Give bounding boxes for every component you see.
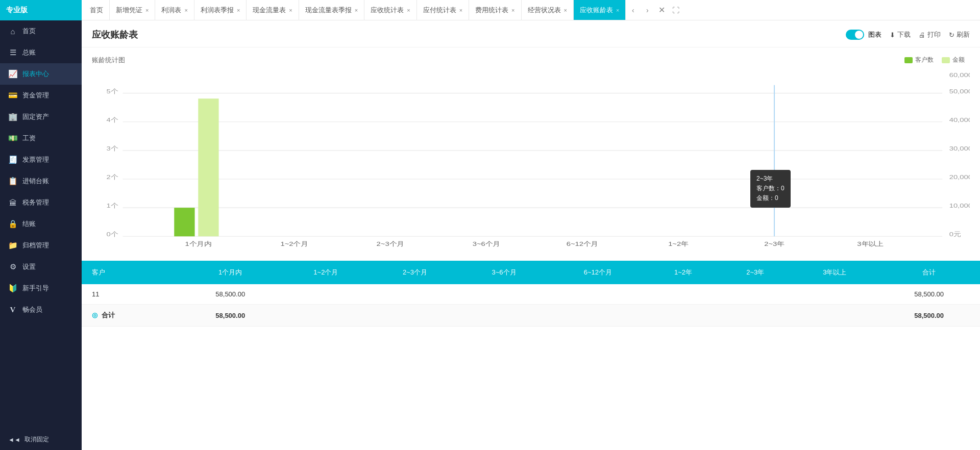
tab-expense-close[interactable]: ×	[511, 7, 514, 13]
tab-cashflow-close[interactable]: ×	[289, 7, 292, 13]
tab-profit-q[interactable]: 利润表季报 ×	[194, 0, 247, 20]
tab-cashflow-label: 现金流量表	[253, 6, 286, 15]
tab-ap-stat[interactable]: 应付统计表 ×	[417, 0, 469, 20]
th-year3plus: 3年以上	[791, 261, 878, 284]
close-accounts-icon: 🔒	[8, 219, 17, 229]
sidebar-label-tax: 税务管理	[22, 198, 49, 207]
bar-amount-1	[198, 98, 218, 236]
sidebar-item-archive[interactable]: 📁 归档管理	[0, 235, 82, 256]
tab-business-close[interactable]: ×	[564, 7, 567, 13]
sidebar-label-sales: 进销台账	[22, 177, 49, 186]
sidebar-item-tax[interactable]: 🏛 税务管理	[0, 192, 82, 213]
tab-cashflow[interactable]: 现金流量表 ×	[247, 0, 299, 20]
tab-home[interactable]: 首页	[84, 0, 110, 20]
sidebar-label-invoice: 发票管理	[22, 155, 49, 164]
member-icon: V	[8, 306, 17, 314]
page-actions: 图表 ⬇ 下载 🖨 打印 ↻ 刷新	[846, 30, 970, 40]
tab-profit-q-close[interactable]: ×	[237, 7, 240, 13]
print-button[interactable]: 🖨 打印	[919, 30, 941, 39]
sidebar: 专业版 ⌂ 首页 ☰ 总账 📈 报表中心 💳 资金管理 🏢 固定资产 💵 工资 …	[0, 0, 82, 450]
th-customer: 客户	[82, 261, 179, 284]
sidebar-label-home: 首页	[22, 27, 36, 36]
sidebar-item-guide[interactable]: 🔰 新手引导	[0, 278, 82, 299]
unpin-button[interactable]: ◄◄ 取消固定	[0, 429, 82, 450]
archive-icon: 📁	[8, 241, 17, 250]
svg-text:6~12个月: 6~12个月	[567, 241, 598, 247]
total-total: 58,500.00	[878, 305, 980, 327]
legend-amount-color	[942, 57, 950, 63]
toggle-label: 图表	[868, 30, 881, 39]
tab-close-all[interactable]: ✕	[654, 0, 669, 20]
chart-toggle[interactable]: 图表	[846, 30, 881, 40]
legend-customer-label: 客户数	[915, 56, 934, 64]
guide-icon: 🔰	[8, 284, 17, 293]
invoice-icon: 🧾	[8, 155, 17, 164]
print-icon: 🖨	[919, 31, 925, 39]
chart-svg: 0个 1个 2个 3个 4个 5个 0元 10,000.00元 20,000.0…	[92, 69, 970, 253]
sidebar-label-guide: 新手引导	[22, 284, 49, 293]
legend-customer: 客户数	[904, 56, 934, 64]
legend-amount-label: 金额	[952, 56, 965, 64]
svg-text:1个月内: 1个月内	[185, 241, 212, 247]
download-icon: ⬇	[890, 31, 895, 39]
sidebar-item-salary[interactable]: 💵 工资	[0, 128, 82, 149]
tab-business[interactable]: 经营状况表 ×	[522, 0, 574, 20]
tab-voucher[interactable]: 新增凭证 ×	[110, 0, 155, 20]
table-header: 客户 1个月内 1~2个月 2~3个月 3~6个月 6~12个月 1~2年 2~…	[82, 261, 980, 284]
toggle-thumb	[855, 31, 863, 39]
sidebar-item-ledger[interactable]: ☰ 总账	[0, 42, 82, 63]
download-button[interactable]: ⬇ 下载	[890, 30, 911, 39]
report-icon: 📈	[8, 69, 17, 79]
refresh-button[interactable]: ↻ 刷新	[949, 30, 970, 39]
th-month1: 1个月内	[179, 261, 281, 284]
tab-expense[interactable]: 费用统计表 ×	[469, 0, 521, 20]
total-year23	[719, 305, 791, 327]
tab-profit[interactable]: 利润表 ×	[155, 0, 194, 20]
tab-ar-aging[interactable]: 应收账龄表 ×	[574, 0, 626, 20]
tab-cashflow-q-close[interactable]: ×	[355, 7, 358, 13]
svg-text:2~3个月: 2~3个月	[377, 241, 404, 247]
tax-icon: 🏛	[8, 198, 17, 207]
tab-home-label: 首页	[90, 6, 103, 15]
tab-voucher-close[interactable]: ×	[145, 7, 149, 13]
total-year3plus	[791, 305, 878, 327]
sidebar-label-fund: 资金管理	[22, 91, 49, 100]
sidebar-item-invoice[interactable]: 🧾 发票管理	[0, 149, 82, 170]
sidebar-item-asset[interactable]: 🏢 固定资产	[0, 106, 82, 128]
sidebar-item-close[interactable]: 🔒 结账	[0, 213, 82, 235]
tab-ar-stat[interactable]: 应收统计表 ×	[364, 0, 416, 20]
chart-legend: 客户数 金额	[904, 56, 965, 64]
sidebar-item-report[interactable]: 📈 报表中心	[0, 63, 82, 85]
sidebar-label-salary: 工资	[22, 134, 36, 143]
tab-expand[interactable]: ⛶	[669, 0, 683, 20]
th-month612: 6~12个月	[549, 261, 647, 284]
table-total-row: ◎ 合计 58,500.00 58,500.00	[82, 305, 980, 327]
ledger-icon: ☰	[8, 48, 17, 57]
toggle-track[interactable]	[846, 30, 864, 40]
cell-month612	[549, 284, 647, 305]
tab-ar-aging-close[interactable]: ×	[616, 7, 619, 13]
sidebar-item-sales[interactable]: 📋 进销台账	[0, 170, 82, 192]
tab-profit-close[interactable]: ×	[184, 7, 187, 13]
tab-ap-stat-close[interactable]: ×	[459, 7, 462, 13]
cell-year3plus	[791, 284, 878, 305]
svg-text:3个: 3个	[106, 145, 118, 152]
tab-scroll-right[interactable]: ›	[640, 0, 654, 20]
legend-customer-color	[904, 57, 913, 63]
refresh-label: 刷新	[957, 30, 970, 39]
tab-ar-aging-label: 应收账龄表	[580, 6, 613, 15]
tab-profit-q-label: 利润表季报	[201, 6, 234, 15]
svg-text:2~3年: 2~3年	[764, 241, 785, 247]
sidebar-item-settings[interactable]: ⚙ 设置	[0, 256, 82, 278]
total-month12	[281, 305, 371, 327]
tab-scroll-left[interactable]: ‹	[626, 0, 640, 20]
tab-ar-stat-close[interactable]: ×	[407, 7, 410, 13]
chart-container: 0个 1个 2个 3个 4个 5个 0元 10,000.00元 20,000.0…	[92, 69, 970, 253]
chart-title: 账龄统计图	[92, 56, 970, 65]
sidebar-item-fund[interactable]: 💳 资金管理	[0, 85, 82, 106]
sidebar-item-member[interactable]: V 畅会员	[0, 299, 82, 320]
svg-text:50,000.00元: 50,000.00元	[949, 88, 970, 94]
total-label: ◎ 合计	[82, 305, 179, 327]
tab-cashflow-q[interactable]: 现金流量表季报 ×	[299, 0, 364, 20]
sidebar-item-home[interactable]: ⌂ 首页	[0, 20, 82, 42]
